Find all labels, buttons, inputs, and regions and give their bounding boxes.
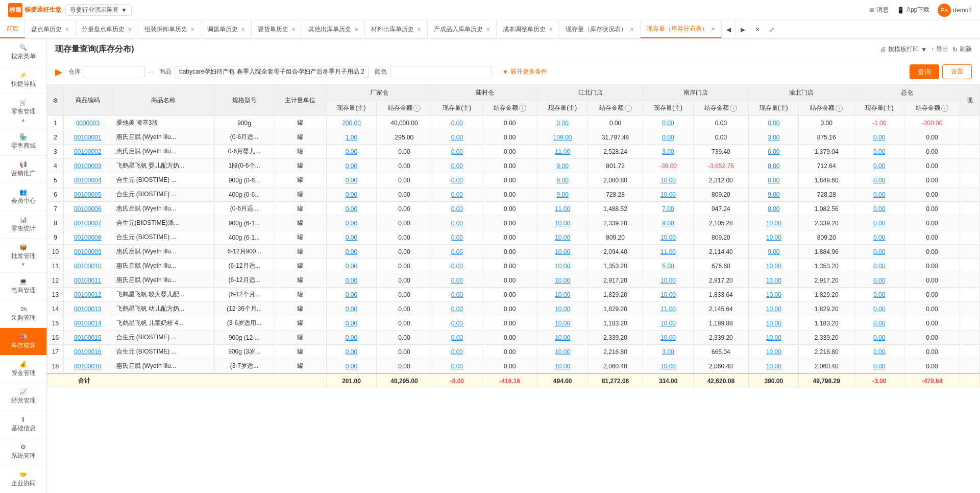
yb-amt-cell: 1,353.20 xyxy=(799,259,854,273)
tab-requisition[interactable]: 要货单历史 ✕ xyxy=(252,20,302,38)
sidebar-item-member[interactable]: 👥 会员中心 xyxy=(0,183,46,211)
print-btn[interactable]: 🖨 按模板打印 ▼ xyxy=(880,45,927,54)
close-icon[interactable]: ✕ xyxy=(549,27,553,32)
close-icon[interactable]: ✕ xyxy=(128,27,132,32)
code-cell: 00100008 xyxy=(64,230,112,245)
na-qty-cell: 10.00 xyxy=(643,316,693,331)
warehouse-more-icon[interactable]: ··· xyxy=(148,68,153,76)
tab-split-check[interactable]: 分量盘点单历史 ✕ xyxy=(76,20,138,38)
seq-cell: 16 xyxy=(47,331,64,345)
close-icon[interactable]: ✕ xyxy=(291,27,296,32)
info-icon[interactable]: i xyxy=(941,105,948,112)
tab-product-in[interactable]: 产成品入库单历史 ✕ xyxy=(428,20,497,38)
tab-inventory-check[interactable]: 盘点单历史 ✕ xyxy=(25,20,76,38)
na-amt-cell: 1,189.88 xyxy=(693,316,749,331)
name-header: 商品名称 xyxy=(112,85,215,116)
cur-qty-cell xyxy=(960,173,979,187)
yb-qty-cell: 10.00 xyxy=(749,345,799,359)
expand-btn[interactable]: ▼ 展开更多条件 xyxy=(502,67,547,76)
tab-home[interactable]: 首页 xyxy=(0,20,25,38)
sidebar-item-business[interactable]: 📈 经营管理 xyxy=(0,383,46,411)
messages-btn[interactable]: ✉ 消息 xyxy=(869,6,889,14)
search-btn[interactable]: 查询 xyxy=(910,64,939,79)
seq-cell: 1 xyxy=(47,116,64,130)
sidebar-item-search[interactable]: 🔍 搜索英单 xyxy=(0,39,46,66)
lc-amt-cell: 0.00 xyxy=(482,259,537,273)
tab-stock-status[interactable]: 现存量（库存状况表） ✕ xyxy=(559,20,641,38)
tab-cost-adjust[interactable]: 成本调整单历史 ✕ xyxy=(497,20,559,38)
lc-qty-cell: 0.00 xyxy=(432,359,482,374)
top-bar-right: ✉ 消息 📱 App下载 Ea demo2 xyxy=(869,4,972,17)
export-btn[interactable]: ↑ 导出 xyxy=(931,45,948,54)
info-icon[interactable]: i xyxy=(836,105,843,112)
basic-icon: ℹ xyxy=(22,416,24,423)
seq-cell: 18 xyxy=(47,359,64,374)
goods-input[interactable] xyxy=(175,66,369,78)
industry-selector[interactable]: 母婴行业演示陈套 ▼ xyxy=(65,4,132,16)
sidebar-item-retail-stats[interactable]: 📊 零售统计 xyxy=(0,211,46,239)
sidebar-item-collab[interactable]: 🤝 企业协同 xyxy=(0,466,46,493)
name-cell: 合生元 (BIOSTIME) ... xyxy=(112,345,215,359)
info-icon[interactable]: i xyxy=(519,105,526,112)
spec-cell: 400g (0-6... xyxy=(215,187,274,202)
tab-expand-btn[interactable]: ⤢ xyxy=(765,20,779,38)
seq-cell: 8 xyxy=(47,216,64,230)
tab-assemble[interactable]: 组装拆卸单历史 ✕ xyxy=(138,20,201,38)
sidebar-item-marketing[interactable]: 📢 营销推广 xyxy=(0,156,46,183)
code-cell: 00100006 xyxy=(64,202,112,216)
sidebar-item-ecommerce[interactable]: 💻 电商管理 xyxy=(0,273,46,300)
cur-qty-cell xyxy=(960,316,979,331)
lc-amt-cell: 0.00 xyxy=(482,145,537,159)
jb-amt-cell: 809.20 xyxy=(587,230,643,245)
code-cell: 0000003 xyxy=(64,116,112,130)
tab-close-all-btn[interactable]: ✕ xyxy=(750,20,765,38)
sidebar-item-purchase[interactable]: 🛍 采购管理 xyxy=(0,300,46,328)
sidebar-item-retail[interactable]: 🛒 零售管理 ▲ xyxy=(0,94,46,128)
warehouse-input[interactable] xyxy=(84,66,145,78)
user-menu[interactable]: Ea demo2 xyxy=(938,4,972,17)
main-layout: 🔍 搜索英单 ⚡ 快捷导航 🛒 零售管理 ▲ 🏪 零售商城 📢 营销推广 👥 会… xyxy=(0,39,980,493)
sidebar-item-basic[interactable]: ℹ 基础信息 xyxy=(0,411,46,438)
sidebar-item-inventory[interactable]: 🏭 库存核算 xyxy=(0,328,46,356)
total-qty-cell: 0.00 xyxy=(854,316,904,331)
toggle-filter-btn[interactable]: ▶ xyxy=(55,66,62,78)
total-qty-cell: -1.00 xyxy=(854,116,904,130)
jb-amt-cell: 1,183.20 xyxy=(587,316,643,331)
tab-other-out[interactable]: 其他出库单历史 ✕ xyxy=(302,20,365,38)
info-icon[interactable]: i xyxy=(413,105,421,112)
info-icon[interactable]: i xyxy=(625,105,632,112)
info-icon[interactable]: i xyxy=(730,105,737,112)
seq-cell: 10 xyxy=(47,245,64,259)
tab-material-out[interactable]: 材料出库单历史 ✕ xyxy=(365,20,428,38)
jb-qty-cell: 9.00 xyxy=(537,159,587,173)
sidebar-item-system[interactable]: ⚙ 系统管理 xyxy=(0,438,46,466)
refresh-btn[interactable]: ↻ 刷新 xyxy=(952,45,972,54)
tab-next-btn[interactable]: ▶ xyxy=(736,20,750,38)
sidebar-item-shop[interactable]: 🏪 零售商城 xyxy=(0,128,46,156)
sidebar-item-quicknav[interactable]: ⚡ 快捷导航 xyxy=(0,66,46,94)
app-download-btn[interactable]: 📱 App下载 xyxy=(897,6,929,14)
sidebar-item-wholesale[interactable]: 📦 批发管理 ▼ xyxy=(0,239,46,273)
close-icon[interactable]: ✕ xyxy=(417,27,421,32)
close-icon[interactable]: ✕ xyxy=(630,27,634,32)
spec-cell: (3-6岁适用... xyxy=(215,316,274,331)
color-input[interactable] xyxy=(390,66,492,78)
filter-color: 颜色 xyxy=(375,66,492,78)
jb-amt-cell: 2,080.80 xyxy=(587,173,643,187)
tab-transfer[interactable]: 调拨单历史 ✕ xyxy=(201,20,252,38)
tab-stock-dist[interactable]: 现存量（库存分布表） ✕ xyxy=(641,20,722,38)
close-icon[interactable]: ✕ xyxy=(711,26,715,32)
close-icon[interactable]: ✕ xyxy=(65,27,69,32)
close-icon[interactable]: ✕ xyxy=(190,27,194,32)
sum-jb-qty: 494.00 xyxy=(537,373,587,388)
sidebar-item-finance[interactable]: 💰 资金管理 xyxy=(0,356,46,383)
unit-cell: 罐 xyxy=(274,187,326,202)
tab-prev-btn[interactable]: ◀ xyxy=(722,20,736,38)
yb-qty-cell: 10.00 xyxy=(749,230,799,245)
fc-qty-cell: 0.00 xyxy=(326,230,376,245)
close-icon[interactable]: ✕ xyxy=(241,27,245,32)
setting-btn[interactable]: 设置 xyxy=(942,64,972,79)
total-qty-cell: 0.00 xyxy=(854,345,904,359)
close-icon[interactable]: ✕ xyxy=(486,27,490,32)
close-icon[interactable]: ✕ xyxy=(354,27,358,32)
